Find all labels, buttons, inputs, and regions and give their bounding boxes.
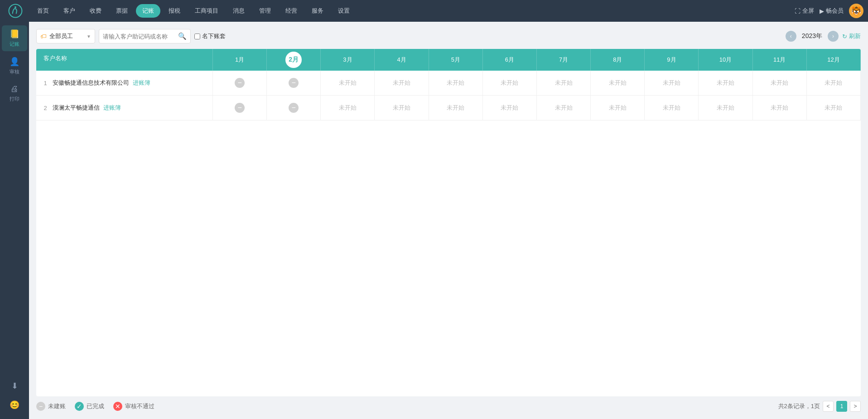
nav-tax[interactable]: 报税 [162,4,187,18]
year-text: 2023年 [802,32,822,40]
sidebar-item-download[interactable]: ⬇ [2,377,27,395]
table-container: 客户名称 1月 2月 3月 4月 5月 6月 7月 8月 9月 10月 11月 … [36,49,861,396]
checkbox-label: 名下账套 [202,32,226,40]
status-not-started: 未开始 [771,79,788,87]
td-month-7: 未开始 [537,71,591,95]
nav-invoice[interactable]: 票据 [110,4,134,18]
employee-select[interactable]: 🏷 全部员工 ▼ [36,29,95,43]
bookkeeping-icon: 📒 [10,29,19,39]
td-month-12: 未开始 [807,96,861,120]
th-client-name: 客户名称 [36,49,213,71]
td-month-3: 未开始 [321,71,375,95]
td-month-11: 未开始 [753,71,807,95]
sidebar-item-support[interactable]: 😊 [2,396,27,414]
next-year-button[interactable]: › [828,31,839,42]
status-not-started: 未开始 [663,104,680,112]
refresh-label: 刷新 [849,32,861,40]
nav-service[interactable]: 服务 [305,4,330,18]
status-not-started: 未开始 [771,104,788,112]
td-month-6: 未开始 [483,96,537,120]
legend-completed: ✓ 已完成 [75,402,104,411]
td-month-8: 未开始 [591,96,645,120]
nav-fee[interactable]: 收费 [83,4,108,18]
sidebar-audit-label: 审核 [10,68,19,75]
vip-button[interactable]: ▶ 畅会员 [820,7,844,15]
search-button[interactable]: 🔍 [178,32,187,40]
prev-page-button[interactable]: < [823,401,834,412]
legend-dot-red: ✕ [113,402,122,411]
sidebar-item-bookkeeping[interactable]: 📒 记账 [2,25,27,51]
status-not-started: 未开始 [501,79,518,87]
legend-not-built: − 未建账 [36,402,66,411]
nav-operate[interactable]: 经营 [279,4,304,18]
nav-items: 首页 客户 收费 票据 记账 报税 工商项目 消息 管理 经营 服务 设置 [31,4,795,18]
table-row: 2漠澜太平畅捷通信进账簿−−未开始未开始未开始未开始未开始未开始未开始未开始未开… [36,96,861,120]
th-month-9: 9月 [645,49,699,71]
status-not-started: 未开始 [825,104,842,112]
status-not-started: 未开始 [825,79,842,87]
status-dash-icon: − [235,103,245,113]
next-page-button[interactable]: > [850,401,861,412]
th-month-8: 8月 [591,49,645,71]
td-month-1: − [213,71,267,95]
td-month-6: 未开始 [483,71,537,95]
status-not-started: 未开始 [555,79,573,87]
row-number: 1 [42,80,49,87]
refresh-button[interactable]: ↻ 刷新 [842,32,861,40]
td-month-10: 未开始 [699,71,752,95]
th-month-1: 1月 [213,49,267,71]
status-not-started: 未开始 [609,79,627,87]
page-1-button[interactable]: 1 [836,401,847,412]
status-dash-icon: − [235,78,245,88]
td-month-10: 未开始 [699,96,752,120]
td-month-12: 未开始 [807,71,861,95]
th-month-6: 6月 [483,49,537,71]
td-month-4: 未开始 [375,71,429,95]
status-not-started: 未开始 [339,104,357,112]
audit-icon: 👤 [10,57,19,67]
td-client: 1安徽畅捷通信息技术有限公司进账簿 [36,71,213,95]
nav-client[interactable]: 客户 [57,4,82,18]
search-input[interactable] [103,33,175,40]
checkbox-wrap[interactable]: 名下账套 [194,32,226,40]
sidebar-item-print[interactable]: 🖨 打印 [2,81,27,106]
sidebar-bookkeeping-label: 记账 [10,41,19,48]
avatar[interactable]: 🐯 [849,4,863,18]
status-not-started: 未开始 [609,104,627,112]
td-month-1: − [213,96,267,120]
enter-ledger-link[interactable]: 进账簿 [103,104,121,112]
sidebar-item-audit[interactable]: 👤 审核 [2,53,27,79]
record-info: 共2条记录，1页 [778,402,820,410]
nav-right: ⛶ 全屏 ▶ 畅会员 🐯 [795,4,863,18]
top-nav: 首页 客户 收费 票据 记账 报税 工商项目 消息 管理 经营 服务 设置 ⛶ … [0,0,868,22]
row-number: 2 [42,105,49,111]
table-header: 客户名称 1月 2月 3月 4月 5月 6月 7月 8月 9月 10月 11月 … [36,49,861,71]
nav-manage[interactable]: 管理 [253,4,277,18]
status-not-started: 未开始 [447,104,464,112]
td-month-5: 未开始 [429,71,483,95]
nav-message[interactable]: 消息 [227,4,251,18]
table-body: 1安徽畅捷通信息技术有限公司进账簿−−未开始未开始未开始未开始未开始未开始未开始… [36,71,861,396]
td-month-3: 未开始 [321,96,375,120]
support-icon: 😊 [10,400,19,410]
td-month-9: 未开始 [645,71,699,95]
th-month-4: 4月 [375,49,429,71]
nav-home[interactable]: 首页 [31,4,55,18]
status-dash-icon: − [289,78,299,88]
legend-rejected: ✕ 审核不通过 [113,402,154,411]
chevron-down-icon: ▼ [87,34,91,39]
status-dash-icon: − [289,103,299,113]
status-not-started: 未开始 [447,79,464,87]
td-month-9: 未开始 [645,96,699,120]
prev-year-button[interactable]: ‹ [786,31,796,42]
legend-completed-label: 已完成 [87,402,104,410]
account-filter-checkbox[interactable] [194,34,200,39]
nav-business[interactable]: 工商项目 [188,4,225,18]
download-icon: ⬇ [11,381,18,391]
td-month-11: 未开始 [753,96,807,120]
fullscreen-button[interactable]: ⛶ 全屏 [795,7,814,15]
nav-settings[interactable]: 设置 [332,4,356,18]
status-not-started: 未开始 [717,104,734,112]
nav-bookkeeping[interactable]: 记账 [136,4,160,18]
enter-ledger-link[interactable]: 进账簿 [133,79,150,87]
